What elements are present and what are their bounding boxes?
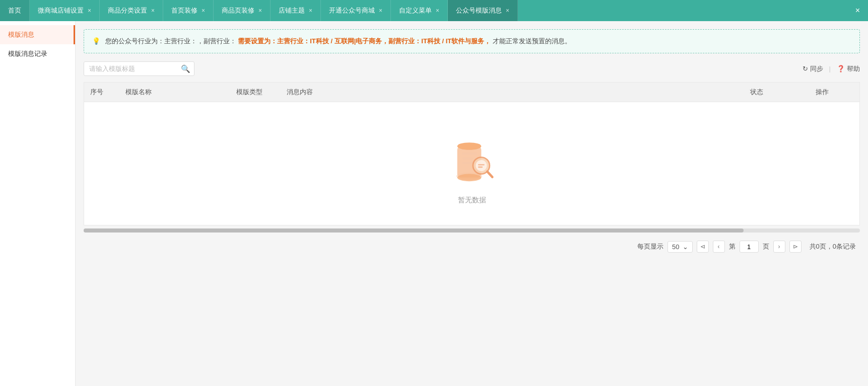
sync-label: 同步 (810, 64, 823, 73)
pagination-prev-button[interactable]: ‹ (713, 241, 725, 253)
col-status: 状态 (744, 83, 810, 102)
notice-text-after: 才能正常发送预置的消息。 (493, 37, 571, 45)
tab-shop-theme[interactable]: 店铺主题 × (271, 0, 321, 21)
sidebar-item-template-message-record-label: 模版消息记录 (8, 50, 47, 57)
tab-shop-settings-label: 微商城店铺设置 (38, 6, 84, 15)
search-bar: 🔍 ↻ 同步 | ❓ 帮助 (84, 61, 860, 76)
main-layout: 模版消息 模版消息记录 💡 您的公众号行业为：主营行业：，副营行业： 需要设置为… (0, 21, 868, 386)
pagination-last-button[interactable]: ⊳ (789, 241, 802, 253)
tab-category-settings-label: 商品分类设置 (108, 6, 147, 15)
sidebar: 模版消息 模版消息记录 (0, 21, 76, 386)
page-input[interactable] (740, 241, 759, 253)
tab-shop-settings-close[interactable]: × (88, 7, 91, 14)
table-scrollbar-thumb (84, 228, 744, 233)
sync-button[interactable]: ↻ 同步 (803, 64, 823, 73)
tab-shop-theme-label: 店铺主题 (279, 6, 305, 15)
table-empty-row: 暂无数据 (84, 102, 860, 225)
search-input-wrap: 🔍 (84, 61, 194, 76)
tab-custom-menu-label: 自定义菜单 (399, 6, 432, 15)
page-label-pre: 第 (729, 242, 736, 251)
sidebar-item-template-message-record[interactable]: 模版消息记录 (0, 44, 75, 63)
sidebar-item-template-message[interactable]: 模版消息 (0, 25, 75, 44)
sync-icon: ↻ (803, 65, 808, 72)
per-page-value: 50 (672, 243, 679, 251)
sidebar-item-template-message-label: 模版消息 (8, 31, 34, 38)
svg-point-8 (476, 160, 487, 171)
tab-template-msg-label: 公众号模版消息 (456, 6, 502, 15)
empty-state-icon (444, 132, 500, 188)
tab-shop-theme-close[interactable]: × (309, 7, 312, 14)
per-page-label: 每页显示 (637, 242, 663, 251)
tab-custom-menu[interactable]: 自定义菜单 × (391, 0, 448, 21)
per-page-chevron-icon: ⌄ (683, 243, 688, 251)
tab-product-decor-close[interactable]: × (258, 7, 262, 14)
tab-category-settings[interactable]: 商品分类设置 × (100, 0, 163, 21)
tab-open-mall[interactable]: 开通公众号商城 × (321, 0, 391, 21)
tab-template-msg-close[interactable]: × (506, 7, 509, 14)
tab-product-decor[interactable]: 商品页装修 × (214, 0, 271, 21)
search-input[interactable] (84, 61, 194, 76)
tab-home-decor[interactable]: 首页装修 × (163, 0, 214, 21)
tab-template-msg[interactable]: 公众号模版消息 × (448, 0, 518, 21)
table-scrollbar[interactable] (84, 228, 860, 233)
tab-home-decor-label: 首页装修 (171, 6, 197, 15)
help-label: 帮助 (847, 64, 860, 73)
per-page-select[interactable]: 50 ⌄ (667, 241, 692, 253)
help-icon: ❓ (837, 65, 845, 72)
pagination-first-button[interactable]: ⊲ (697, 241, 709, 253)
col-seq: 序号 (84, 83, 119, 102)
tab-bar: 首页 微商城店铺设置 × 商品分类设置 × 首页装修 × 商品页装修 × 店铺主… (0, 0, 868, 21)
notice-icon: 💡 (92, 37, 100, 45)
svg-point-2 (457, 142, 481, 150)
page-label-post: 页 (763, 242, 769, 251)
pagination-next-button[interactable]: › (773, 241, 785, 253)
svg-rect-4 (461, 152, 476, 155)
pagination-bar: 每页显示 50 ⌄ ⊲ ‹ 第 页 › ⊳ 共0页，0条记录 (84, 236, 860, 253)
data-table: 序号 模版名称 模版类型 消息内容 状态 操作 (84, 82, 860, 225)
col-type: 模版类型 (230, 83, 281, 102)
tab-home[interactable]: 首页 (0, 0, 30, 21)
svg-line-9 (487, 172, 492, 177)
search-icon[interactable]: 🔍 (181, 64, 190, 73)
table-body: 暂无数据 (84, 102, 860, 225)
svg-rect-5 (461, 158, 473, 160)
svg-rect-11 (478, 167, 482, 168)
empty-state: 暂无数据 (84, 102, 859, 225)
col-name: 模版名称 (119, 83, 230, 102)
tab-shop-settings[interactable]: 微商城店铺设置 × (30, 0, 100, 21)
tab-open-mall-label: 开通公众号商城 (329, 6, 375, 15)
notice-text-highlight: 需要设置为：主营行业：IT科技 / 互联网|电子商务，副营行业：IT科技 / I… (238, 37, 491, 45)
col-content: 消息内容 (281, 83, 744, 102)
notice-text-before: 您的公众号行业为：主营行业：，副营行业： (105, 37, 236, 45)
svg-rect-10 (478, 164, 484, 165)
tab-home-decor-close[interactable]: × (202, 7, 205, 14)
tab-product-decor-label: 商品页装修 (222, 6, 254, 15)
tab-custom-menu-close[interactable]: × (436, 7, 439, 14)
empty-state-text: 暂无数据 (458, 196, 486, 205)
tab-bar-close-all[interactable]: × (847, 0, 868, 21)
toolbar-right: ↻ 同步 | ❓ 帮助 (803, 64, 860, 73)
tab-category-settings-close[interactable]: × (151, 7, 155, 14)
table-header-row: 序号 模版名称 模版类型 消息内容 状态 操作 (84, 83, 860, 102)
total-text: 共0页，0条记录 (810, 242, 856, 251)
svg-point-3 (457, 174, 481, 182)
tab-home-label: 首页 (8, 6, 21, 15)
col-action: 操作 (810, 83, 860, 102)
tab-open-mall-close[interactable]: × (379, 7, 382, 14)
content-area: 💡 您的公众号行业为：主营行业：，副营行业： 需要设置为：主营行业：IT科技 /… (76, 21, 868, 386)
notice-box: 💡 您的公众号行业为：主营行业：，副营行业： 需要设置为：主营行业：IT科技 /… (84, 29, 860, 53)
divider: | (829, 65, 831, 72)
help-button[interactable]: ❓ 帮助 (837, 64, 860, 73)
